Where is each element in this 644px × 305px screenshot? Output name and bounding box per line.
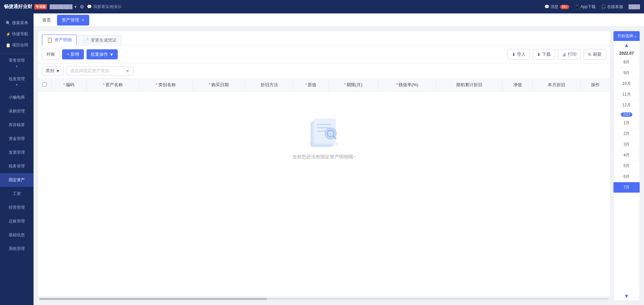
month-item-12[interactable]: 12月 [613,100,640,111]
sub-tab-change-voucher[interactable]: 📄 变更生成凭证 [78,35,122,45]
sidebar-item-ecommerce[interactable]: 小畅电商 [0,91,34,104]
sidebar-label-operations: 经营管理 [9,205,25,210]
col-code: *编码 [51,79,86,92]
empty-text: 当前您还没有固定资产明细哦~ [292,154,356,160]
refresh-button[interactable]: ↻ 刷新 [584,49,606,60]
tab-home[interactable]: 首页 [38,15,56,26]
category-input[interactable]: 请选择固定资产类别 ▼ [66,66,133,75]
filter-row: 类别 ▼ 请选择固定资产类别 ▼ [38,63,610,79]
messages-btn[interactable]: 💬 消息 99+ [544,4,569,10]
download-button[interactable]: ⬇ 下载 [533,49,555,60]
select-all-checkbox[interactable] [42,82,47,87]
reconcile-label: 对账 [46,51,55,57]
scrollbar-track [39,298,609,300]
month-item-2023-5[interactable]: 5月 [613,161,640,171]
sub-tab-asset-detail[interactable]: 📋 资产明细 [42,35,77,46]
toolbar: 对账 + 新增 批量操作 ▼ ⬇ 导入 [38,46,610,63]
app-download-btn[interactable]: 📱 App下载 [575,4,596,10]
add-button[interactable]: + 新增 [62,49,84,59]
sidebar-item-salary[interactable]: 工资 [0,187,34,201]
demo-text: 我要看实例演示 [93,4,121,10]
col-name: *资产名称 [86,79,139,92]
sidebar-item-general-ledger[interactable]: 总账管理 [0,214,34,228]
sidebar-item-basic-info[interactable]: 基础信息 [0,228,34,242]
table-container: *编码 *资产名称 *类别名称 *购买日期 折旧方法 *原值 *期限(月) *残… [38,79,610,297]
brand-name: 畅捷通好业财 [4,4,32,10]
month-panel: 月份选择 › ▲ 2022.07 8月 9月 10月 11月 12月 2023 … [613,31,640,301]
quick-nav-btn[interactable]: ⚡ 快捷导航 [0,29,34,40]
company-selector[interactable]: ████████ ▼ ⚙ [50,4,84,9]
online-service-btn[interactable]: 🎧 在线客服 [601,4,623,10]
print-button[interactable]: 🖨 打印 [558,49,581,60]
brand: 畅捷通好业财 专业版 [4,4,47,10]
project-contract-label: 项目合同 [12,42,28,48]
col-original-value: *原值 [293,79,328,92]
message-count-badge: 99+ [560,5,569,9]
sidebar-label-finance: 资金管理 [9,136,25,142]
col-accumulated-depreciation: 期初累计折旧 [436,79,502,92]
user-name: ████ [629,4,640,9]
scrollbar-bottom[interactable] [38,297,610,301]
month-item-10[interactable]: 10月 [613,79,640,89]
search-menu-btn[interactable]: 🔍 搜索菜单 [0,17,34,29]
sidebar-item-fixed-assets[interactable]: 固定资产 [0,173,34,187]
sidebar-item-invoice[interactable]: 发票管理 [0,146,34,159]
col-depreciation-method: 折旧方法 [245,79,293,92]
month-item-9[interactable]: 9月 [613,68,640,79]
assets-table: *编码 *资产名称 *类别名称 *购买日期 折旧方法 *原值 *期限(月) *残… [38,79,610,92]
month-item-2023-3[interactable]: 3月 [613,139,640,150]
sidebar-label-fixed-assets: 固定资产 [9,177,25,183]
col-net-value: 净值 [502,79,532,92]
refresh-label: 刷新 [593,51,602,57]
sidebar-label-wholesale: 批发管理 [9,76,25,82]
sidebar-item-tax[interactable]: 税务管理 [0,159,34,173]
sidebar-item-retail[interactable]: 零售管理 ▼ [0,54,34,72]
gear-icon[interactable]: ⚙ [80,4,84,9]
online-service-label: 在线客服 [607,4,623,10]
sidebar-item-system[interactable]: 系统管理 [0,242,34,256]
reconcile-button[interactable]: 对账 [42,49,59,60]
sidebar-item-finance[interactable]: 资金管理 [0,132,34,146]
sidebar-item-wholesale[interactable]: 批发管理 ▼ [0,72,34,91]
month-nav-up-btn[interactable]: ▲ [624,42,629,48]
sidebar-item-inventory[interactable]: 库存核算 [0,118,34,132]
sidebar-top-actions: 🔍 搜索菜单 ⚡ 快捷导航 📋 项目合同 [0,15,34,54]
sidebar-label-system: 系统管理 [9,246,25,252]
month-list: 8月 9月 10月 11月 12月 2023 1月 2月 3月 4月 5月 6月… [613,57,640,292]
demo-link[interactable]: 💬 我要看实例演示 [87,4,121,10]
edition-badge: 专业版 [34,4,47,9]
user-info[interactable]: ████ [629,4,640,9]
sidebar-label-inventory: 库存核算 [9,122,25,128]
month-item-2023-4[interactable]: 4月 [613,150,640,161]
batch-label: 批量操作 [91,51,108,57]
category-select-type[interactable]: 类别 ▼ [42,66,64,75]
tab-close-icon[interactable]: ✕ [81,18,85,22]
quick-nav-label: 快捷导航 [12,31,28,37]
month-item-2023-2[interactable]: 2月 [613,129,640,139]
import-button[interactable]: ⬇ 导入 [507,49,530,60]
page-content: 📋 资产明细 📄 变更生成凭证 对账 + 新增 [34,27,644,305]
empty-illustration [304,112,344,149]
batch-button[interactable]: 批量操作 ▼ [87,49,118,59]
download-icon: ⬇ [537,52,541,57]
tab-asset-management-label: 资产管理 [62,17,79,23]
chevron-down-icon[interactable]: ▼ [74,5,77,9]
project-contract-btn[interactable]: 📋 项目合同 [0,40,34,51]
month-nav-down-btn[interactable]: ▼ [624,293,629,299]
main-layout: 🔍 搜索菜单 ⚡ 快捷导航 📋 项目合同 零售管理 ▼ 批发管理 ▼ 小畅电商 … [0,13,644,305]
month-panel-collapse-btn[interactable]: › [635,34,636,39]
month-item-2023-1[interactable]: 1月 [613,118,640,129]
month-item-2023-7[interactable]: 7月 [613,182,640,193]
sub-tab-change-voucher-label: 变更生成凭证 [91,37,117,43]
sidebar-item-operations[interactable]: 经营管理 [0,201,34,214]
download-label: 下载 [542,51,551,57]
content-area: 首页 资产管理 ✕ 📋 资产明细 📄 变更生成凭证 [34,13,644,305]
month-item-2023-6[interactable]: 6月 [613,171,640,182]
tab-asset-management[interactable]: 资产管理 ✕ [57,15,89,26]
top-bar-left: 畅捷通好业财 专业版 ████████ ▼ ⚙ 💬 我要看实例演示 [4,4,121,10]
month-item-11[interactable]: 11月 [613,89,640,100]
document-icon: 📄 [83,38,89,43]
sidebar-item-purchase[interactable]: 采购管理 [0,104,34,118]
month-item-8[interactable]: 8月 [613,57,640,68]
messages-label: 消息 [550,4,558,10]
